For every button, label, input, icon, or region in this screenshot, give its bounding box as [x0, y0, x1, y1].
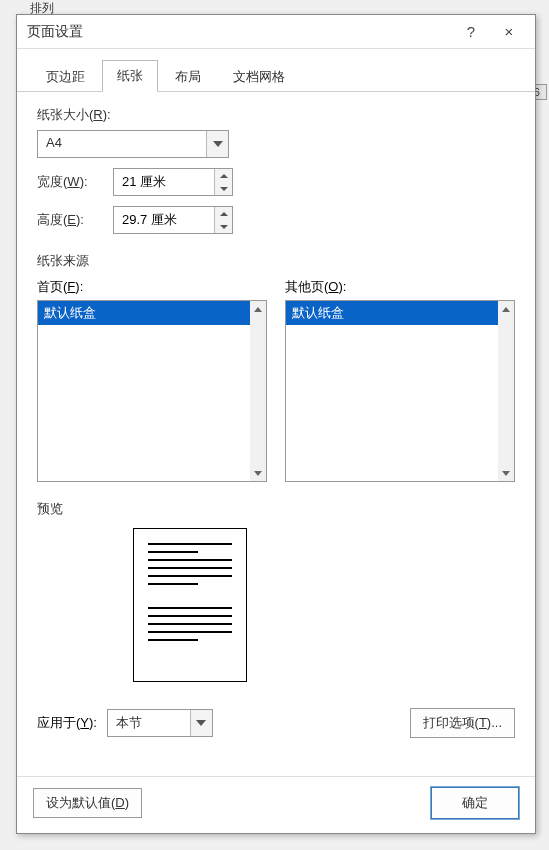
- preview-gap: [148, 591, 232, 601]
- paper-size-label: 纸张大小(R):: [37, 106, 515, 124]
- height-spin-up[interactable]: [215, 207, 232, 220]
- preview-line: [148, 543, 232, 545]
- scroll-down-button[interactable]: [250, 465, 266, 481]
- preview-line: [148, 567, 232, 569]
- height-value[interactable]: 29.7 厘米: [114, 207, 214, 233]
- first-page-listbox[interactable]: 默认纸盒: [37, 300, 267, 482]
- width-spin-up[interactable]: [215, 169, 232, 182]
- preview-canvas: [133, 528, 247, 682]
- dialog-tabs: 页边距 纸张 布局 文档网格: [17, 49, 535, 92]
- width-spin-buttons: [214, 169, 232, 195]
- preview-label: 预览: [37, 500, 515, 518]
- chevron-up-icon: [254, 307, 262, 312]
- apply-to-label: 应用于(Y):: [37, 714, 97, 732]
- preview-line: [148, 551, 198, 553]
- chevron-down-icon: [254, 471, 262, 476]
- scroll-track[interactable]: [250, 317, 266, 465]
- set-default-button[interactable]: 设为默认值(D): [33, 788, 142, 818]
- paper-size-access-key: R: [93, 107, 102, 122]
- tab-paper[interactable]: 纸张: [102, 60, 158, 92]
- dialog-footer: 设为默认值(D) 确定: [17, 776, 535, 833]
- chevron-down-icon: [196, 720, 206, 726]
- other-pages-listbox[interactable]: 默认纸盒: [285, 300, 515, 482]
- paper-size-dropdown-button[interactable]: [206, 131, 228, 157]
- height-spin-down[interactable]: [215, 220, 232, 233]
- chevron-down-icon: [220, 225, 228, 229]
- preview-line: [148, 575, 232, 577]
- preview-line: [148, 639, 198, 641]
- preview-line: [148, 631, 232, 633]
- scroll-track[interactable]: [498, 317, 514, 465]
- chevron-up-icon: [220, 174, 228, 178]
- list-item[interactable]: 默认纸盒: [286, 301, 498, 325]
- page-setup-dialog: 页面设置 ? × 页边距 纸张 布局 文档网格 纸张大小(R): A4 宽度(W…: [16, 14, 536, 834]
- paper-size-label-tail: ):: [103, 107, 111, 122]
- other-pages-label: 其他页(O):: [285, 278, 515, 296]
- paper-source-label: 纸张来源: [37, 252, 515, 270]
- chevron-down-icon: [220, 187, 228, 191]
- chevron-down-icon: [213, 141, 223, 147]
- scroll-down-button[interactable]: [498, 465, 514, 481]
- preview-line: [148, 583, 198, 585]
- print-options-button[interactable]: 打印选项(T)...: [410, 708, 515, 738]
- chevron-up-icon: [220, 212, 228, 216]
- paper-size-value: A4: [38, 131, 206, 157]
- width-value[interactable]: 21 厘米: [114, 169, 214, 195]
- dialog-title: 页面设置: [27, 23, 453, 41]
- list-item[interactable]: 默认纸盒: [38, 301, 250, 325]
- height-spin-buttons: [214, 207, 232, 233]
- first-page-scrollbar[interactable]: [250, 301, 266, 481]
- width-label: 宽度(W):: [37, 173, 103, 191]
- apply-to-combo[interactable]: 本节: [107, 709, 213, 737]
- tab-margins[interactable]: 页边距: [31, 61, 100, 92]
- scroll-up-button[interactable]: [250, 301, 266, 317]
- preview-line: [148, 615, 232, 617]
- preview-line: [148, 623, 232, 625]
- scroll-up-button[interactable]: [498, 301, 514, 317]
- other-pages-scrollbar[interactable]: [498, 301, 514, 481]
- dialog-titlebar: 页面设置 ? ×: [17, 15, 535, 49]
- height-label: 高度(E):: [37, 211, 103, 229]
- paper-size-label-text: 纸张大小(: [37, 107, 93, 122]
- tab-layout[interactable]: 布局: [160, 61, 216, 92]
- width-spinner[interactable]: 21 厘米: [113, 168, 233, 196]
- preview-line: [148, 607, 232, 609]
- chevron-up-icon: [502, 307, 510, 312]
- chevron-down-icon: [502, 471, 510, 476]
- height-spinner[interactable]: 29.7 厘米: [113, 206, 233, 234]
- close-button[interactable]: ×: [489, 23, 529, 40]
- apply-to-dropdown-button[interactable]: [190, 710, 212, 736]
- help-button[interactable]: ?: [453, 23, 489, 40]
- paper-size-combo[interactable]: A4: [37, 130, 229, 158]
- tab-document-grid[interactable]: 文档网格: [218, 61, 300, 92]
- ok-button[interactable]: 确定: [431, 787, 519, 819]
- width-spin-down[interactable]: [215, 182, 232, 195]
- apply-to-value: 本节: [108, 710, 190, 736]
- first-page-label: 首页(F):: [37, 278, 267, 296]
- dialog-content: 纸张大小(R): A4 宽度(W): 21 厘米 高度(E):: [17, 92, 535, 776]
- preview-line: [148, 559, 232, 561]
